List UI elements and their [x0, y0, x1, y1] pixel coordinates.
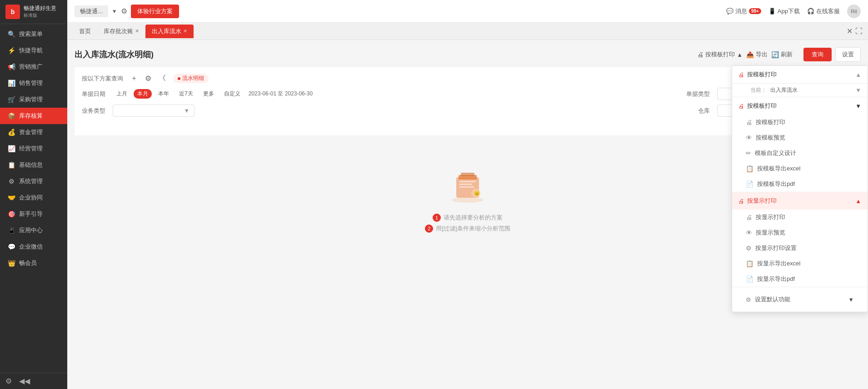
- tab-inout-flow-close[interactable]: ✕: [183, 28, 187, 34]
- pd-display-export-excel[interactable]: 📋 按显示导出excel: [732, 256, 868, 271]
- tab-inventory-batch-label: 库存批次账: [104, 27, 133, 35]
- sidebar-item-newbie[interactable]: 🎯 新手引导: [0, 206, 67, 222]
- filter-setting-icon[interactable]: ⚙: [145, 74, 151, 83]
- sidebar-item-quick-nav[interactable]: ⚡ 快捷导航: [0, 42, 67, 59]
- app-download-btn[interactable]: 📱 App下载: [768, 7, 800, 15]
- pd-template-print[interactable]: 🖨 按模板打印: [732, 115, 868, 130]
- sidebar-item-sales[interactable]: 📊 销售管理: [0, 75, 67, 91]
- pd-template-preview[interactable]: 👁 按模板预览: [732, 130, 868, 145]
- settings-icon[interactable]: ⚙: [5, 377, 12, 385]
- pd-set-default-btn[interactable]: ⚙ 设置默认功能 ▼: [738, 292, 861, 307]
- setting-btn[interactable]: 设置: [835, 47, 861, 62]
- pd-current-value: 出入库流水: [770, 86, 798, 94]
- sidebar-item-purchase[interactable]: 🛒 采购管理: [0, 91, 67, 108]
- tab-expand-btn[interactable]: ⛶: [855, 27, 863, 35]
- date-option-current-year[interactable]: 本年: [155, 89, 173, 99]
- export-btn[interactable]: 📤 导出: [746, 50, 768, 59]
- page-actions: 🖨 按模板打印 ▲ 📤 导出 🔄 刷新 查询 设置: [697, 47, 861, 62]
- empty-illustration: 😐: [445, 168, 490, 204]
- date-option-current-month[interactable]: 本月: [134, 89, 152, 99]
- pd-footer-icon: ⚙: [746, 296, 751, 303]
- pd-template-print-label: 按模板打印: [756, 118, 785, 126]
- tab-bar: 首页 库存批次账 ✕ 出入库流水 ✕ ✕ ⛶: [67, 23, 868, 40]
- pd-template-arrow[interactable]: ▼: [855, 103, 861, 110]
- sidebar-item-apps[interactable]: 📱 应用中心: [0, 222, 67, 239]
- pd-footer-arrow[interactable]: ▼: [848, 296, 854, 303]
- pd-footer: ⚙ 设置默认功能 ▼: [732, 287, 868, 312]
- pd-display-print-settings[interactable]: ⚙ 按显示打印设置: [732, 240, 868, 256]
- cooperation-icon: 🤝: [7, 194, 15, 201]
- filter-tag-flow[interactable]: 流水明细: [173, 74, 209, 83]
- pd-display-preview[interactable]: 👁 按显示预览: [732, 225, 868, 240]
- pd-display-excel-icon: 📋: [746, 260, 753, 267]
- sidebar-item-wechat[interactable]: 💬 企业微信: [0, 239, 67, 255]
- app-download-label: App下载: [778, 7, 800, 15]
- print-dropdown-arrow[interactable]: ▲: [737, 51, 743, 58]
- sidebar-item-label: 营销推广: [19, 63, 43, 71]
- sidebar-item-member[interactable]: 👑 畅会员: [0, 255, 67, 271]
- pd-template-print-icon: 🖨: [746, 119, 752, 126]
- svg-point-0: [452, 197, 484, 203]
- pd-template-header[interactable]: 🖨 按模板打印 ▼: [732, 97, 868, 115]
- date-option-last-month[interactable]: 上月: [113, 89, 131, 99]
- collapse-sidebar-icon[interactable]: ◀◀: [19, 377, 30, 385]
- pd-current-row: 当前： 出入库流水 ▼: [732, 84, 868, 97]
- sidebar-item-label: 企业协同: [19, 194, 43, 202]
- sidebar-item-inventory[interactable]: 📦 库存核算: [0, 108, 67, 124]
- pd-template-section: 🖨 按模板打印 ▼ 🖨 按模板打印 👁 按模板预览 ✏: [732, 97, 868, 192]
- pd-template-export-excel[interactable]: 📋 按模板导出excel: [732, 161, 868, 176]
- date-option-more[interactable]: 更多: [200, 89, 218, 99]
- print-dropdown-panel: 🖨 按模板打印 ▲ 当前： 出入库流水 ▼ 🖨 按模板打印 ▼: [732, 65, 868, 312]
- sidebar-item-marketing[interactable]: 📢 营销推广: [0, 59, 67, 75]
- filter-collapse-icon[interactable]: 《: [159, 74, 166, 83]
- pd-template-customize-label: 模板自定义设计: [755, 149, 796, 157]
- online-service-btn[interactable]: 🎧 在线客服: [807, 7, 840, 15]
- tab-inout-flow[interactable]: 出入库流水 ✕: [145, 25, 194, 38]
- pd-display-arrow[interactable]: ▲: [855, 198, 861, 204]
- trial-btn[interactable]: 体验行业方案: [131, 5, 179, 18]
- date-option-custom[interactable]: 自定义: [220, 89, 244, 99]
- pd-template-excel-label: 按模板导出excel: [757, 165, 800, 173]
- pd-display-header[interactable]: 🖨 按显示打印 ▲: [732, 192, 868, 209]
- tab-inventory-batch-close[interactable]: ✕: [135, 28, 139, 34]
- sidebar-item-basic[interactable]: 📋 基础信息: [0, 157, 67, 173]
- service-icon: 🎧: [807, 8, 814, 15]
- date-range-value: 2023-06-01 至 2023-06-30: [249, 90, 313, 98]
- tab-close-all-btn[interactable]: ✕: [847, 27, 853, 35]
- sidebar-item-operations[interactable]: 📈 经营管理: [0, 140, 67, 157]
- header-gear-icon[interactable]: ⚙: [121, 7, 127, 15]
- pd-header-arrow[interactable]: ▲: [855, 71, 861, 78]
- sidebar-item-label: 系统管理: [19, 177, 43, 185]
- user-dropdown-icon[interactable]: ▼: [112, 8, 117, 15]
- pd-template-header-left: 🖨 按模板打印: [738, 102, 777, 110]
- sidebar-item-label: 基础信息: [19, 161, 43, 169]
- inventory-icon: 📦: [7, 112, 15, 120]
- filter-add-icon[interactable]: ＋: [130, 74, 138, 83]
- pd-display-print[interactable]: 🖨 按显示打印: [732, 209, 868, 225]
- app-version: 标准版: [24, 12, 56, 19]
- pd-current-label: 当前：: [750, 86, 767, 94]
- pd-template-export-pdf[interactable]: 📄 按模板导出pdf: [732, 176, 868, 192]
- pd-display-export-pdf[interactable]: 📄 按显示导出pdf: [732, 271, 868, 287]
- tab-inventory-batch[interactable]: 库存批次账 ✕: [97, 25, 145, 38]
- tab-home[interactable]: 首页: [73, 25, 97, 38]
- user-display-name[interactable]: 畅捷通...: [75, 5, 108, 17]
- message-btn[interactable]: 💬 消息 99+: [726, 7, 761, 15]
- sidebar-item-finance[interactable]: 💰 资金管理: [0, 124, 67, 140]
- sidebar-item-label: 企业微信: [19, 243, 43, 251]
- sidebar-item-search[interactable]: 🔍 搜索菜单: [0, 26, 67, 42]
- refresh-btn[interactable]: 🔄 刷新: [771, 50, 793, 59]
- user-avatar[interactable]: Rit: [847, 5, 861, 18]
- purchase-icon: 🛒: [7, 96, 15, 103]
- pd-template-customize[interactable]: ✏ 模板自定义设计: [732, 145, 868, 161]
- print-btn[interactable]: 🖨 按模板打印 ▲: [697, 50, 743, 59]
- query-btn[interactable]: 查询: [803, 48, 832, 61]
- pd-current-arrow[interactable]: ▼: [855, 87, 861, 94]
- business-type-select[interactable]: ▼: [113, 105, 195, 117]
- svg-rect-4: [459, 181, 476, 182]
- sidebar-item-label: 新手引导: [19, 210, 43, 218]
- date-option-last-7-days[interactable]: 近7天: [175, 89, 197, 99]
- sidebar-item-cooperation[interactable]: 🤝 企业协同: [0, 190, 67, 206]
- sidebar-item-system[interactable]: ⚙ 系统管理: [0, 173, 67, 190]
- message-label: 消息: [735, 7, 747, 15]
